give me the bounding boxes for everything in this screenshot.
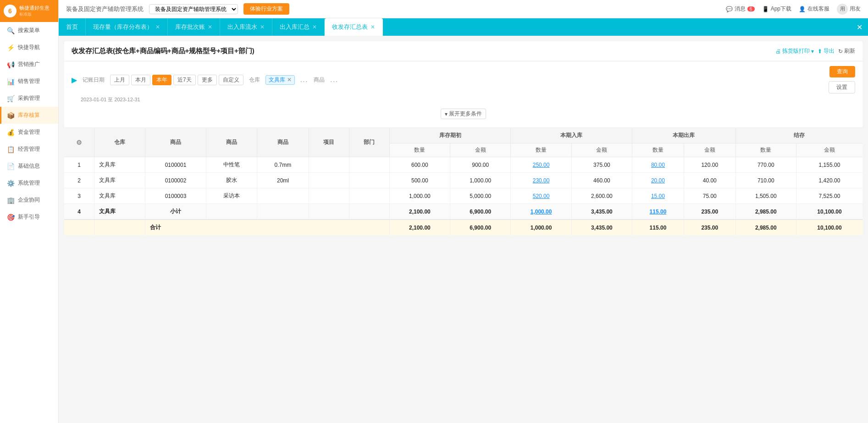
row3-in-qty[interactable]: 520.00 — [511, 188, 571, 204]
period-this-month[interactable]: 本月 — [131, 75, 150, 85]
row3-closing-amt: 7,525.00 — [796, 188, 862, 204]
date-period-group: 上月 本月 本年 近7天 更多 自定义 — [110, 75, 243, 85]
refresh-icon: ↻ — [838, 48, 843, 55]
row1-in-qty[interactable]: 250.00 — [511, 157, 571, 173]
sidebar-item-basic-info[interactable]: 📄 基础信息 — [0, 158, 58, 175]
tab-home[interactable]: 首页 — [59, 18, 86, 36]
col-opening-header: 库存期初 — [389, 128, 511, 143]
sidebar-item-finance-label: 资金管理 — [18, 128, 40, 136]
tab-close-inout-flow[interactable]: ✕ — [260, 24, 265, 30]
period-custom[interactable]: 自定义 — [219, 75, 243, 85]
warehouse-ellipsis[interactable]: ... — [300, 76, 309, 83]
opening-qty-header: 数量 — [389, 143, 450, 157]
subtotal-in-amt: 3,435.00 — [571, 204, 632, 220]
row1-opening-amt: 900.00 — [450, 157, 511, 173]
page-title-bar: 收发存汇总表(按仓库+商品编码+商品+规格型号+项目+部门) 🖨 拣货版打印 ▾… — [64, 41, 862, 61]
date-label: 记账日期 — [83, 76, 105, 84]
tabs-close-all[interactable]: ✕ — [851, 23, 868, 32]
online-service-label: 在线客服 — [807, 5, 829, 13]
sidebar-item-enterprise[interactable]: 🏢 企业协同 — [0, 192, 58, 209]
sales-icon: 📊 — [7, 78, 14, 85]
col-settings-header[interactable]: ⚙ — [64, 128, 94, 157]
table-row: 1 文具库 0100001 中性笔 0.7mm 600.00 900.00 25… — [64, 157, 862, 173]
col-spec-header: 商品 — [257, 128, 309, 157]
tab-batch-account[interactable]: 库存批次账 ✕ — [168, 18, 220, 36]
message-action[interactable]: 💬 消息 6 — [726, 5, 755, 13]
row2-out-amt: 40.00 — [684, 173, 735, 188]
marketing-icon: 📢 — [7, 61, 14, 68]
print-btn[interactable]: 🖨 拣货版打印 ▾ — [775, 47, 814, 55]
col-project-header: 项目 — [309, 128, 349, 157]
out-amt-header: 金额 — [684, 143, 735, 157]
sidebar-item-sales-label: 销售管理 — [18, 77, 40, 85]
export-icon: ⬆ — [818, 48, 822, 55]
gear-icon[interactable]: ⚙ — [76, 139, 82, 146]
page-area: 收发存汇总表(按仓库+商品编码+商品+规格型号+项目+部门) 🖨 拣货版打印 ▾… — [59, 36, 868, 423]
setting-btn[interactable]: 设置 — [829, 81, 855, 93]
total-label: 合计 — [145, 220, 389, 235]
tab-close-inventory-distribution[interactable]: ✕ — [155, 24, 160, 30]
tab-close-inout-summary[interactable]: ✕ — [312, 24, 317, 30]
sidebar-item-guide[interactable]: 🎯 新手引导 — [0, 209, 58, 225]
row2-no: 2 — [64, 173, 94, 188]
sidebar-item-quick-nav[interactable]: ⚡ 快捷导航 — [0, 39, 58, 56]
col-product-name-header: 商品 — [206, 128, 257, 157]
main-area: 装备及固定资产辅助管理系统 装备及固定资产辅助管理系统 体验行业方案 💬 消息 … — [59, 0, 868, 423]
sidebar-item-marketing-label: 营销推广 — [18, 60, 40, 68]
sidebar-item-purchase[interactable]: 🛒 采购管理 — [0, 90, 58, 107]
trial-btn[interactable]: 体验行业方案 — [243, 3, 289, 15]
sidebar-item-operations[interactable]: 📋 经营管理 — [0, 141, 58, 158]
row3-spec — [257, 188, 309, 204]
row2-out-qty[interactable]: 20.00 — [632, 173, 684, 188]
tab-inout-flow[interactable]: 出入库流水 ✕ — [220, 18, 272, 36]
row2-opening-amt: 1,000.00 — [450, 173, 511, 188]
sidebar-item-marketing[interactable]: 📢 营销推广 — [0, 56, 58, 73]
logo-badge: 标准版 — [19, 11, 50, 17]
app-download-action[interactable]: 📱 App下载 — [762, 5, 791, 13]
sidebar-item-search[interactable]: 🔍 搜索菜单 — [0, 22, 58, 39]
tab-inout-summary[interactable]: 出入库汇总 ✕ — [272, 18, 325, 36]
row3-closing-qty: 1,505.00 — [735, 188, 796, 204]
sidebar-item-inventory[interactable]: 📦 库存核算 — [0, 107, 58, 124]
filter-expand-icon[interactable]: ▶ — [72, 76, 77, 84]
expand-row: ▾ 展开更多条件 — [72, 105, 855, 123]
row1-out-qty[interactable]: 80.00 — [632, 157, 684, 173]
export-btn[interactable]: ⬆ 导出 — [818, 47, 835, 55]
tab-close-receipt-summary[interactable]: ✕ — [370, 24, 375, 30]
tab-inout-summary-label: 出入库汇总 — [280, 23, 310, 31]
warehouse-tag-close[interactable]: ✕ — [287, 77, 292, 83]
tab-receipt-summary[interactable]: 收发存汇总表 ✕ — [325, 18, 383, 36]
expand-btn[interactable]: ▾ 展开更多条件 — [441, 109, 486, 119]
sidebar-item-quick-nav-label: 快捷导航 — [18, 44, 40, 51]
row1-product-code: 0100001 — [145, 157, 206, 173]
period-more[interactable]: 更多 — [198, 75, 217, 85]
enterprise-icon: 🏢 — [7, 197, 14, 204]
tab-close-batch-account[interactable]: ✕ — [208, 24, 212, 30]
period-prev-month[interactable]: 上月 — [110, 75, 129, 85]
sidebar-item-inventory-label: 库存核算 — [18, 111, 40, 119]
row1-opening-qty: 600.00 — [389, 157, 450, 173]
user-action[interactable]: 用 用友 — [837, 4, 861, 15]
total-opening-amt: 6,900.00 — [450, 220, 511, 235]
period-7days[interactable]: 近7天 — [173, 75, 196, 85]
product-ellipsis[interactable]: ... — [330, 76, 338, 83]
subtotal-in-qty[interactable]: 1,000.00 — [511, 204, 571, 220]
online-service-action[interactable]: 👤 在线客服 — [799, 5, 829, 13]
row3-dept — [349, 188, 389, 204]
finance-icon: 💰 — [7, 129, 14, 136]
row3-out-qty[interactable]: 15.00 — [632, 188, 684, 204]
system-select[interactable]: 装备及固定资产辅助管理系统 — [149, 4, 238, 14]
sidebar-item-finance[interactable]: 💰 资金管理 — [0, 124, 58, 141]
sidebar-item-system[interactable]: ⚙️ 系统管理 — [0, 175, 58, 192]
query-btn[interactable]: 查询 — [829, 66, 855, 77]
tab-inventory-distribution[interactable]: 现存量（库存分布表） ✕ — [86, 18, 168, 36]
subtotal-out-qty[interactable]: 115.00 — [632, 204, 684, 220]
refresh-btn[interactable]: ↻ 刷新 — [838, 47, 855, 55]
system-title: 装备及固定资产辅助管理系统 — [66, 5, 144, 13]
row2-spec: 20ml — [257, 173, 309, 188]
period-this-year[interactable]: 本年 — [152, 75, 171, 85]
row2-in-qty[interactable]: 230.00 — [511, 173, 571, 188]
sidebar-item-sales[interactable]: 📊 销售管理 — [0, 73, 58, 90]
subtotal-no: 4 — [64, 204, 94, 220]
tab-inventory-distribution-label: 现存量（库存分布表） — [93, 23, 153, 31]
